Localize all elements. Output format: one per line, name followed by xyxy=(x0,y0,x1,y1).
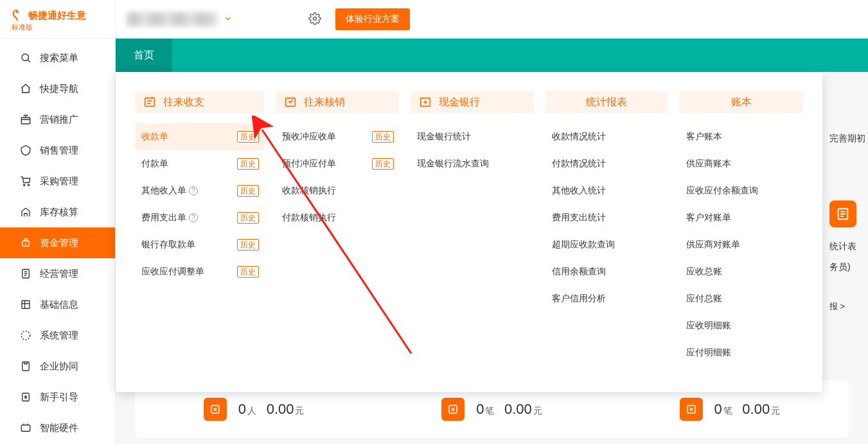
sidebar-item-0[interactable]: 搜索菜单 xyxy=(0,42,115,73)
flyout-item-3-2[interactable]: 其他收入统计 xyxy=(545,177,669,204)
stat-count: 0 xyxy=(714,401,722,417)
sidebar-item-3-label: 销售管理 xyxy=(40,145,78,157)
flyout-item-3-4[interactable]: 超期应收款查询 xyxy=(545,231,669,258)
tab-home[interactable]: 首页 xyxy=(116,39,172,72)
help-icon[interactable]: ? xyxy=(189,186,198,195)
flyout-item-label: 收款单 xyxy=(141,131,168,143)
company-selector[interactable] xyxy=(127,8,294,30)
flyout-item-3-6[interactable]: 客户信用分析 xyxy=(545,285,669,312)
stat-count-unit: 笔 xyxy=(723,405,732,416)
svg-rect-13 xyxy=(21,425,30,432)
history-badge[interactable]: 历史 xyxy=(372,131,394,143)
flyout-item-3-5[interactable]: 信用余额查询 xyxy=(545,258,669,285)
flyout-item-label: 其他收入统计 xyxy=(552,185,606,197)
flyout-item-label: 应付明细账 xyxy=(686,347,731,359)
settings-button[interactable] xyxy=(305,9,325,30)
finance-mega-menu: 往来收支收款单历史付款单历史其他收入单?历史费用支出单?历史银行存取款单历史应收… xyxy=(116,72,822,392)
sidebar-item-3-icon xyxy=(19,144,32,157)
flyout-col-title: 往来收支 xyxy=(163,96,204,109)
sidebar-item-1-icon xyxy=(19,82,32,95)
flyout-item-4-0[interactable]: 客户账本 xyxy=(680,123,803,150)
flyout-item-4-7[interactable]: 应收明细账 xyxy=(680,312,803,339)
history-badge[interactable]: 历史 xyxy=(237,266,259,278)
sidebar-item-7[interactable]: 经营管理 xyxy=(0,258,115,289)
sidebar-item-11-icon xyxy=(19,391,32,404)
flyout-item-4-5[interactable]: 应收总账 xyxy=(680,258,803,285)
report-icon[interactable] xyxy=(829,200,856,227)
stat-amount: 0.00 xyxy=(267,401,294,417)
svg-point-1 xyxy=(22,54,29,61)
sidebar-item-1[interactable]: 快捷导航 xyxy=(0,73,115,104)
history-badge[interactable]: 历史 xyxy=(237,131,259,143)
sidebar-item-2-label: 营销推广 xyxy=(40,114,78,126)
right-extras-role: 务员) xyxy=(829,261,851,272)
flyout-item-4-8[interactable]: 应付明细账 xyxy=(680,339,803,366)
flyout-item-3-0[interactable]: 收款情况统计 xyxy=(545,123,669,150)
flyout-item-4-1[interactable]: 供应商账本 xyxy=(680,150,803,177)
flyout-item-0-2[interactable]: 其他收入单?历史 xyxy=(135,177,264,204)
flyout-item-0-3[interactable]: 费用支出单?历史 xyxy=(135,204,264,231)
help-icon[interactable]: ? xyxy=(189,213,198,222)
sidebar-item-9[interactable]: 系统管理 xyxy=(0,320,115,351)
flyout-item-label: 预付冲应付单 xyxy=(282,158,336,170)
sidebar-item-10[interactable]: 企业协同 xyxy=(0,351,115,382)
sidebar-item-1-label: 快捷导航 xyxy=(40,83,78,95)
flyout-item-label: 应收总账 xyxy=(686,266,722,278)
history-badge[interactable]: 历史 xyxy=(237,158,259,170)
svg-point-4 xyxy=(24,184,25,186)
svg-rect-19 xyxy=(145,98,155,107)
svg-point-0 xyxy=(16,10,19,13)
sidebar-item-8[interactable]: 基础信息 xyxy=(0,289,115,320)
sidebar-item-12-label: 智能硬件 xyxy=(40,422,78,434)
svg-point-9 xyxy=(21,331,30,340)
flyout-item-1-3[interactable]: 付款核销执行 xyxy=(276,204,399,231)
sidebar-item-2[interactable]: 营销推广 xyxy=(0,104,115,135)
flyout-item-0-0[interactable]: 收款单历史 xyxy=(135,123,264,150)
flyout-item-3-1[interactable]: 付款情况统计 xyxy=(545,150,669,177)
sidebar-item-11[interactable]: 新手引导 xyxy=(0,382,115,413)
brand: 畅捷通好生意 标准版 xyxy=(0,0,115,39)
flyout-item-4-2[interactable]: 应收应付余额查询 xyxy=(680,177,803,204)
sidebar-item-9-label: 系统管理 xyxy=(40,330,78,342)
sidebar-item-5[interactable]: 库存核算 xyxy=(0,197,115,227)
stat-amount-unit: 元 xyxy=(533,405,542,416)
flyout-item-4-6[interactable]: 应付总账 xyxy=(680,285,803,312)
right-extras: 统计表 务员) 报 > xyxy=(829,200,868,312)
flyout-item-3-3[interactable]: 费用支出统计 xyxy=(545,204,669,231)
flyout-item-0-1[interactable]: 付款单历史 xyxy=(135,150,264,177)
history-badge[interactable]: 历史 xyxy=(237,185,259,197)
sidebar-item-5-label: 库存核算 xyxy=(40,206,78,218)
stat-card-2: 0笔 0.00元 xyxy=(680,398,781,421)
chevron-down-icon xyxy=(224,14,233,25)
flyout-item-4-3[interactable]: 客户对账单 xyxy=(680,204,803,231)
flyout-item-label: 供应商账本 xyxy=(686,158,731,170)
flyout-item-1-2[interactable]: 收款核销执行 xyxy=(276,177,399,204)
flyout-item-1-1[interactable]: 预付冲应付单历史 xyxy=(276,150,399,177)
sidebar-item-6[interactable]: 资金管理 xyxy=(0,227,115,258)
stat-count: 0 xyxy=(238,401,246,417)
history-badge[interactable]: 历史 xyxy=(372,158,394,170)
flyout-item-2-0[interactable]: 现金银行统计 xyxy=(411,123,534,150)
right-extras-report-link[interactable]: 报 > xyxy=(829,301,845,312)
sidebar-item-10-label: 企业协同 xyxy=(40,360,78,373)
flyout-item-4-4[interactable]: 供应商对账单 xyxy=(680,231,803,258)
sidebar-item-3[interactable]: 销售管理 xyxy=(0,135,115,166)
topbar: 体验行业方案 xyxy=(116,0,868,39)
stat-count-unit: 人 xyxy=(247,405,256,416)
stat-count-unit: 笔 xyxy=(485,405,494,416)
flyout-col-2: 现金银行现金银行统计现金银行流水查询 xyxy=(411,91,534,366)
sidebar-nav: 搜索菜单快捷导航营销推广销售管理采购管理库存核算资金管理经营管理基础信息系统管理… xyxy=(0,39,115,444)
flyout-item-2-1[interactable]: 现金银行流水查询 xyxy=(411,150,534,177)
stat-card-0: 0人 0.00元 xyxy=(204,398,305,421)
sidebar-item-12-icon xyxy=(19,422,32,434)
flyout-item-0-5[interactable]: 应收应付调整单历史 xyxy=(135,258,264,285)
flyout-item-1-0[interactable]: 预收冲应收单历史 xyxy=(276,123,399,150)
flyout-item-0-4[interactable]: 银行存取款单历史 xyxy=(135,231,264,258)
experience-plan-button[interactable]: 体验行业方案 xyxy=(335,8,410,30)
history-badge[interactable]: 历史 xyxy=(237,212,259,224)
sidebar-item-4[interactable]: 采购管理 xyxy=(0,166,115,197)
flyout-item-label: 应收应付调整单 xyxy=(141,266,204,278)
history-badge[interactable]: 历史 xyxy=(237,239,259,251)
sidebar-item-12[interactable]: 智能硬件 xyxy=(0,413,115,443)
perfect-initial-hint: 完善期初 xyxy=(829,133,865,145)
